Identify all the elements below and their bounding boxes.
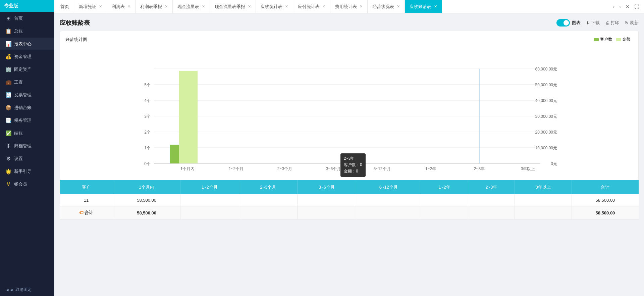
svg-text:3个: 3个 (144, 114, 151, 119)
sidebar-item-assets[interactable]: 🏢 固定资产 (0, 63, 54, 76)
tab-home[interactable]: 首页 (56, 0, 74, 13)
tab-business-stat[interactable]: 经营状况表 ✕ (368, 0, 405, 13)
refresh-label: 刷新 (630, 20, 639, 26)
sidebar-item-label: 报表中心 (14, 41, 32, 47)
cell-m6-12 (356, 194, 421, 206)
sidebar-item-label: 税务管理 (14, 117, 32, 124)
collapse-label: 取消固定 (15, 287, 32, 293)
settings-icon: ⚙ (5, 156, 11, 162)
tab-close-all[interactable]: ✕ (624, 3, 631, 10)
tab-receivable-stat-label: 应收统计表 (261, 4, 282, 10)
sidebar-item-ledger[interactable]: 📋 总账 (0, 25, 54, 38)
col-y1-2: 1~2年 (421, 180, 468, 194)
sidebar-item-vip[interactable]: V 畅会员 (0, 178, 54, 191)
legend-customers-label: 客户数 (600, 37, 612, 42)
chart-toggle-label: 图表 (572, 20, 581, 26)
ledger-icon: 📋 (5, 28, 11, 34)
tab-voucher-close[interactable]: ✕ (99, 4, 102, 9)
total-m1: 58,500.00 (113, 206, 180, 219)
tab-expense-stat-label: 费用统计表 (335, 4, 357, 10)
sidebar-item-invoice[interactable]: 🧾 发票管理 (0, 89, 54, 101)
page-header: 应收账龄表 图表 ⬇ 下载 🖨 打印 ↻ 刷新 (60, 19, 639, 27)
svg-text:1个月内: 1个月内 (180, 166, 195, 171)
tab-payable-stat-label: 应付统计表 (298, 4, 320, 10)
vip-icon: V (5, 181, 11, 187)
table-total-row: 🏷 合计 58,500.00 58,500.00 (60, 206, 639, 219)
download-btn[interactable]: ⬇ 下载 (586, 20, 600, 26)
tab-aging-table[interactable]: 应收账龄表 ✕ (405, 0, 442, 13)
tab-profit-close[interactable]: ✕ (127, 4, 130, 9)
sidebar-item-settings[interactable]: ⚙ 设置 (0, 152, 54, 165)
tab-voucher[interactable]: 新增凭证 ✕ (74, 0, 107, 13)
col-y2-3: 2~3年 (468, 180, 515, 194)
svg-text:2~3年: 2~3年 (474, 166, 485, 171)
archive-icon: 🗄 (5, 143, 11, 149)
tab-profit[interactable]: 利润表 ✕ (107, 0, 136, 13)
legend-customers: 客户数 (594, 37, 612, 42)
svg-text:10,000.00元: 10,000.00元 (535, 146, 557, 150)
sidebar-item-guide[interactable]: 🌟 新手引导 (0, 165, 54, 178)
sidebar-item-label: 工资 (14, 79, 23, 85)
tab-profit-quarter-close[interactable]: ✕ (165, 4, 168, 9)
chart-title: 账龄统计图 (65, 37, 633, 43)
legend-amount-label: 金额 (622, 37, 630, 42)
sidebar-item-home[interactable]: ⊞ 首页 (0, 12, 54, 25)
sidebar-item-label: 新手引导 (14, 168, 32, 175)
tab-expense-stat[interactable]: 费用统计表 ✕ (330, 0, 368, 13)
tab-expense-stat-close[interactable]: ✕ (360, 4, 363, 9)
cell-m1-2 (180, 194, 239, 206)
svg-text:2~3个月: 2~3个月 (277, 166, 292, 171)
total-m6-12 (356, 206, 421, 219)
content-area: 应收账龄表 图表 ⬇ 下载 🖨 打印 ↻ 刷新 (54, 13, 644, 296)
cell-total: 58,500.00 (572, 194, 639, 206)
sidebar-item-settle[interactable]: ✅ 结账 (0, 127, 54, 140)
tab-payable-stat-close[interactable]: ✕ (322, 4, 325, 9)
tab-profit-quarter[interactable]: 利润表季报 ✕ (136, 0, 173, 13)
tab-aging-table-close[interactable]: ✕ (434, 4, 437, 9)
tab-business-stat-close[interactable]: ✕ (397, 4, 400, 9)
table-row: 11 58,500.00 58,500.00 (60, 194, 639, 206)
tab-cashflow-close[interactable]: ✕ (202, 4, 205, 9)
chart-toggle[interactable] (556, 19, 570, 27)
svg-text:30,000.00元: 30,000.00元 (535, 114, 557, 119)
download-label: 下载 (591, 20, 600, 26)
page-actions: 图表 ⬇ 下载 🖨 打印 ↻ 刷新 (556, 19, 639, 27)
tab-cashflow[interactable]: 现金流量表 ✕ (173, 0, 210, 13)
sidebar-item-funds[interactable]: 💰 资金管理 (0, 50, 54, 63)
sidebar-item-label: 归档管理 (14, 143, 32, 149)
svg-text:3~6个月: 3~6个月 (326, 166, 341, 171)
tab-scroll-left[interactable]: ‹ (611, 3, 616, 10)
tab-scroll-right[interactable]: › (618, 3, 623, 10)
svg-text:1~2个月: 1~2个月 (229, 166, 244, 171)
data-table: 客户 1个月内 1~2个月 2~3个月 3~6个月 6~12个月 1~2年 2~… (60, 180, 639, 219)
sidebar-item-salary[interactable]: 💼 工资 (0, 76, 54, 89)
sidebar-item-reports[interactable]: 📊 报表中心 (0, 38, 54, 50)
svg-text:3年以上: 3年以上 (521, 166, 535, 171)
tab-receivable-stat[interactable]: 应收统计表 ✕ (256, 0, 293, 13)
sidebar-collapse-btn[interactable]: ◄◄ 取消固定 (0, 284, 54, 296)
col-m6-12: 6~12个月 (356, 180, 421, 194)
tab-cashflow-quarter[interactable]: 现金流量表季报 ✕ (210, 0, 256, 13)
tab-payable-stat[interactable]: 应付统计表 ✕ (293, 0, 330, 13)
tab-business-stat-label: 经营状况表 (372, 4, 394, 10)
collapse-icon: ◄◄ (5, 288, 13, 292)
tab-receivable-stat-close[interactable]: ✕ (285, 4, 288, 9)
print-btn[interactable]: 🖨 打印 (605, 20, 620, 26)
table-header-row: 客户 1个月内 1~2个月 2~3个月 3~6个月 6~12个月 1~2年 2~… (60, 180, 639, 194)
col-m3-6: 3~6个月 (298, 180, 356, 194)
svg-text:2个: 2个 (144, 130, 151, 135)
sidebar-item-tax[interactable]: 📑 税务管理 (0, 114, 54, 127)
assets-icon: 🏢 (5, 66, 11, 72)
sidebar-item-archive[interactable]: 🗄 归档管理 (0, 140, 54, 152)
bar-customers-1 (170, 145, 179, 163)
chart-svg: 0个 1个 2个 3个 4个 5个 0元 10,000.00元 20,000.0… (65, 46, 633, 174)
tab-cashflow-quarter-close[interactable]: ✕ (248, 4, 251, 9)
sidebar-item-stock[interactable]: 📦 进销台账 (0, 101, 54, 114)
refresh-btn[interactable]: ↻ 刷新 (625, 20, 639, 26)
total-total: 58,500.00 (572, 206, 639, 219)
tab-maximize[interactable]: ⛶ (633, 3, 641, 10)
col-m2-3: 2~3个月 (239, 180, 298, 194)
main-area: 首页 新增凭证 ✕ 利润表 ✕ 利润表季报 ✕ 现金流量表 ✕ 现金流量表季报 … (54, 0, 644, 296)
salary-icon: 💼 (5, 79, 11, 85)
cell-y3plus (515, 194, 572, 206)
